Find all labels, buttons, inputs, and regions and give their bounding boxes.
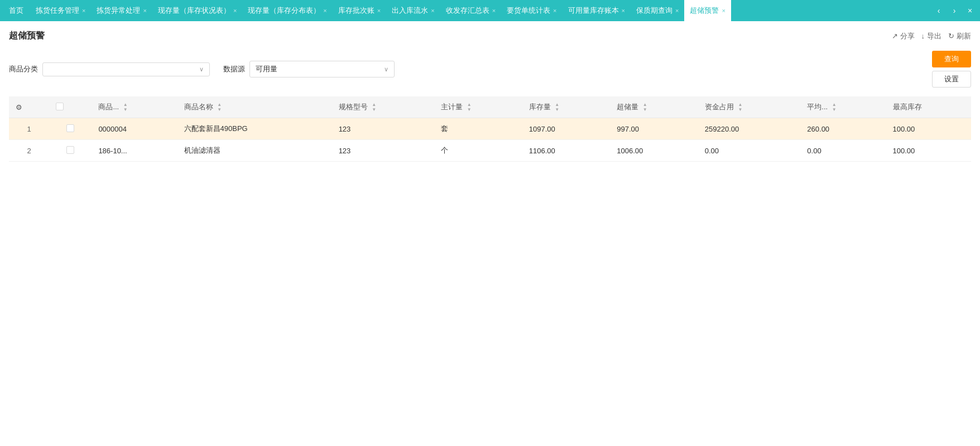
cell-stock: 1097.00 <box>522 118 611 140</box>
th-goods-name[interactable]: 商品名称 ▲ ▼ <box>177 96 332 118</box>
settings-button[interactable]: 设置 <box>932 71 971 88</box>
cell-capital: 259220.00 <box>698 118 801 140</box>
tab-available[interactable]: 可用量库存账本 × <box>563 0 631 21</box>
cell-max-stock: 100.00 <box>886 140 971 162</box>
cell-goods-name: 机油滤清器 <box>177 140 332 162</box>
nav-next-button[interactable]: › <box>947 0 962 21</box>
data-table: ⚙ 商品... ▲ ▼ 商品名称 ▲ ▼ <box>9 96 971 162</box>
sort-icon: ▲ ▼ <box>467 103 472 112</box>
share-label: 分享 <box>900 31 915 41</box>
sort-icon: ▲ ▼ <box>372 103 376 112</box>
top-nav: 首页 拣货任务管理 × 拣货异常处理 × 现存量（库存状况表） × 现存量（库存… <box>0 0 980 21</box>
cell-goods-code: 186-10... <box>92 140 177 162</box>
share-button[interactable]: ↗ 分享 <box>892 31 915 41</box>
tab-close-icon[interactable]: × <box>553 7 556 14</box>
cell-goods-name: 六配套新昌490BPG <box>177 118 332 140</box>
row-index: 1 <box>9 118 49 140</box>
export-icon: ↓ <box>921 32 925 40</box>
tab-close-icon[interactable]: × <box>431 7 434 14</box>
cell-spec: 123 <box>332 140 435 162</box>
share-icon: ↗ <box>892 32 898 40</box>
query-button[interactable]: 查询 <box>932 51 971 67</box>
cell-overstock: 1006.00 <box>610 140 698 162</box>
chevron-down-icon: ∨ <box>384 66 388 73</box>
refresh-icon: ↻ <box>948 32 954 40</box>
tab-close-icon[interactable]: × <box>492 7 496 14</box>
export-button[interactable]: ↓ 导出 <box>921 31 942 41</box>
cell-goods-code: 0000004 <box>92 118 177 140</box>
th-avg[interactable]: 平均... ▲ ▼ <box>800 96 886 118</box>
row-checkbox[interactable] <box>66 124 74 132</box>
main-content: 超储预警 ↗ 分享 ↓ 导出 ↻ 刷新 商品分类 ∨ 数据源 <box>0 21 980 446</box>
nav-prev-button[interactable]: ‹ <box>931 0 947 21</box>
th-unit[interactable]: 主计量 ▲ ▼ <box>434 96 522 118</box>
tab-expiry[interactable]: 保质期查询 × <box>631 0 684 21</box>
nav-more-button[interactable]: × <box>962 0 978 21</box>
cell-stock: 1106.00 <box>522 140 611 162</box>
row-checkbox-cell[interactable] <box>49 140 92 162</box>
row-index: 2 <box>9 140 49 162</box>
sort-icon: ▲ ▼ <box>643 103 647 112</box>
tab-close-icon[interactable]: × <box>143 7 146 14</box>
tab-close-icon[interactable]: × <box>377 7 381 14</box>
tab-exception[interactable]: 拣货异常处理 × <box>91 0 152 21</box>
category-select[interactable]: ∨ <box>42 62 210 76</box>
row-checkbox[interactable] <box>66 146 74 154</box>
settings-column-icon[interactable]: ⚙ <box>9 96 49 118</box>
chevron-down-icon: ∨ <box>199 66 204 73</box>
refresh-button[interactable]: ↻ 刷新 <box>948 31 971 41</box>
tab-order-stats[interactable]: 要货单统计表 × <box>501 0 562 21</box>
tab-batch[interactable]: 库存批次账 × <box>333 0 386 21</box>
category-label: 商品分类 <box>9 64 38 74</box>
th-stock[interactable]: 库存量 ▲ ▼ <box>522 96 611 118</box>
tab-stock-dist[interactable]: 现存量（库存分布表） × <box>242 0 332 21</box>
refresh-label: 刷新 <box>957 31 971 41</box>
tab-close-icon[interactable]: × <box>323 7 326 14</box>
tab-summary[interactable]: 收发存汇总表 × <box>440 0 501 21</box>
th-overstock[interactable]: 超储量 ▲ ▼ <box>610 96 698 118</box>
tab-close-icon[interactable]: × <box>233 7 237 14</box>
tab-close-icon[interactable]: × <box>82 7 85 14</box>
datasource-filter: 数据源 可用量 ∨ <box>223 61 395 77</box>
datasource-value: 可用量 <box>256 64 277 74</box>
filter-row: 商品分类 ∨ 数据源 可用量 ∨ 查询 设置 <box>9 51 971 88</box>
th-max-stock: 最高库存 <box>886 96 971 118</box>
tab-task-mgmt[interactable]: 拣货任务管理 × <box>30 0 91 21</box>
tab-close-icon[interactable]: × <box>722 7 725 14</box>
cell-capital: 0.00 <box>698 140 801 162</box>
th-capital[interactable]: 资金占用 ▲ ▼ <box>698 96 801 118</box>
tab-stock-status[interactable]: 现存量（库存状况表） × <box>152 0 242 21</box>
tab-close-icon[interactable]: × <box>675 7 679 14</box>
tab-inout[interactable]: 出入库流水 × <box>386 0 440 21</box>
sort-icon: ▲ ▼ <box>217 103 222 112</box>
cell-spec: 123 <box>332 118 435 140</box>
cell-avg: 260.00 <box>800 118 886 140</box>
export-label: 导出 <box>927 31 941 41</box>
select-all-header[interactable] <box>49 96 92 118</box>
table-body: 1 0000004 六配套新昌490BPG 123 套 1097.00 997.… <box>9 118 971 162</box>
table-row[interactable]: 1 0000004 六配套新昌490BPG 123 套 1097.00 997.… <box>9 118 971 140</box>
cell-max-stock: 100.00 <box>886 118 971 140</box>
tab-overstock[interactable]: 超储预警 × <box>684 0 731 21</box>
th-goods-code[interactable]: 商品... ▲ ▼ <box>92 96 177 118</box>
table-header: ⚙ 商品... ▲ ▼ 商品名称 ▲ ▼ <box>9 96 971 118</box>
nav-arrows: ‹ › × <box>931 0 978 21</box>
table-row[interactable]: 2 186-10... 机油滤清器 123 个 1106.00 1006.00 … <box>9 140 971 162</box>
page-header: 超储预警 ↗ 分享 ↓ 导出 ↻ 刷新 <box>9 30 971 42</box>
sort-icon: ▲ ▼ <box>123 103 128 112</box>
sort-icon: ▲ ▼ <box>738 103 742 112</box>
select-all-checkbox[interactable] <box>56 103 64 110</box>
tab-close-icon[interactable]: × <box>622 7 625 14</box>
page-title: 超储预警 <box>9 30 45 42</box>
row-checkbox-cell[interactable] <box>49 118 92 140</box>
nav-home[interactable]: 首页 <box>2 6 30 16</box>
category-filter: 商品分类 ∨ <box>9 62 210 76</box>
cell-unit: 个 <box>434 140 522 162</box>
cell-unit: 套 <box>434 118 522 140</box>
cell-avg: 0.00 <box>800 140 886 162</box>
filter-buttons: 查询 设置 <box>932 51 971 88</box>
sort-icon: ▲ ▼ <box>832 103 837 112</box>
th-spec[interactable]: 规格型号 ▲ ▼ <box>332 96 435 118</box>
datasource-select[interactable]: 可用量 ∨ <box>249 61 395 77</box>
cell-overstock: 997.00 <box>610 118 698 140</box>
